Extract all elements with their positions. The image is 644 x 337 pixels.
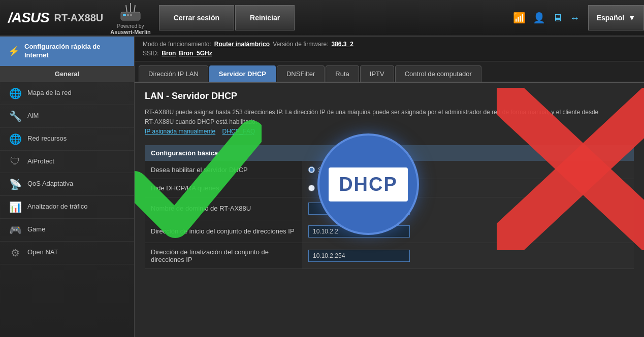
- traffic-label: Analizador de tráfico: [27, 203, 88, 211]
- aiprotect-label: AiProtect: [27, 157, 54, 166]
- field-label-ip-start: Dirección de inicio del conjunto de dire…: [145, 220, 302, 243]
- manual-ip-link[interactable]: IP asignada manualmente: [145, 128, 215, 135]
- field-value-hide-dhcp: Sí No: [302, 179, 634, 197]
- mode-value: Router inalámbrico: [214, 41, 270, 48]
- logout-button[interactable]: Cerrar sesión: [159, 5, 234, 30]
- chevron-down-icon: ▼: [628, 14, 635, 22]
- ssid-value1: Bron: [162, 50, 176, 57]
- table-row: Nombre de dominio de RT-AX88U: [145, 197, 634, 220]
- sidebar-item-network-map[interactable]: 🌐 Mapa de la red: [0, 82, 134, 105]
- radio-si-hide[interactable]: Sí: [308, 184, 324, 192]
- sidebar-section-general: General: [0, 66, 134, 82]
- tab-lan-ip[interactable]: Dirección IP LAN: [139, 65, 208, 82]
- radio-no-hide[interactable]: No: [332, 184, 350, 192]
- sidebar-item-game[interactable]: 🎮 Game: [0, 219, 134, 242]
- table-row: Dirección de finalización del conjunto d…: [145, 243, 634, 268]
- brand-area: /ASUS RT-AX88U Powered by Asuswrt-Merlin: [0, 1, 159, 35]
- field-value-ip-start: [302, 220, 634, 243]
- sidebar-item-resources[interactable]: 🌐 Red recursos: [0, 128, 134, 151]
- firmware-label: Versión de firmware:: [273, 41, 328, 48]
- header: /ASUS RT-AX88U Powered by Asuswrt-Merlin…: [0, 0, 644, 37]
- qos-icon: 📡: [8, 178, 22, 190]
- field-value-ip-end: [302, 243, 634, 268]
- dhcp-faq-link[interactable]: DHCP_FAQ: [222, 128, 255, 135]
- page-content: LAN - Servidor DHCP RT-AX88U puede asign…: [135, 83, 644, 277]
- radio-si-dhcp[interactable]: Sí: [308, 166, 324, 174]
- domain-input[interactable]: [308, 203, 410, 215]
- ip-end-input[interactable]: [308, 250, 410, 262]
- tab-dnsfilter[interactable]: DNSFilter: [277, 65, 325, 82]
- network-map-label: Mapa de la red: [27, 89, 72, 97]
- header-icons: 📶 👤 🖥 ↔: [505, 12, 588, 24]
- svg-line-4: [126, 5, 127, 12]
- tab-iptv[interactable]: IPTV: [360, 65, 394, 82]
- mode-label: Modo de funcionamiento:: [143, 41, 211, 48]
- opennat-icon: ⚙: [8, 247, 22, 259]
- field-label-domain: Nombre de dominio de RT-AX88U: [145, 197, 302, 220]
- opennat-label: Open NAT: [27, 248, 58, 257]
- firmware-value: 386.3_2: [332, 41, 353, 48]
- table-row: Desea habilitar el servidor DHCP Sí No: [145, 161, 634, 179]
- user-icon[interactable]: 👤: [533, 12, 545, 24]
- svg-rect-2: [127, 14, 129, 16]
- tab-parental[interactable]: Control de computador: [395, 65, 481, 82]
- wifi-icon[interactable]: 📶: [513, 12, 526, 24]
- resources-label: Red recursos: [27, 134, 67, 143]
- quick-config-icon: ⚡: [8, 46, 19, 57]
- tab-route[interactable]: Ruta: [326, 65, 359, 82]
- field-value-dhcp-enable: Sí No: [302, 161, 634, 179]
- field-value-domain: [302, 197, 634, 220]
- radio-si-hide-input[interactable]: [308, 185, 315, 191]
- sidebar-item-aiprotect[interactable]: 🛡 AiProtect: [0, 151, 134, 173]
- svg-line-6: [134, 5, 135, 12]
- description-text: RT-AX88U puede asignar hasta 253 direcci…: [145, 108, 602, 137]
- ip-start-input[interactable]: [308, 225, 410, 238]
- header-buttons: Cerrar sesión Reiniciar: [159, 5, 505, 30]
- game-icon: 🎮: [8, 224, 22, 236]
- radio-no-dhcp[interactable]: No: [332, 166, 350, 174]
- status-bar: Modo de funcionamiento: Router inalámbri…: [135, 37, 644, 61]
- form-table: Desea habilitar el servidor DHCP Sí No: [145, 161, 634, 269]
- router-image: Powered by Asuswrt-Merlin: [110, 1, 150, 35]
- page-title: LAN - Servidor DHCP: [145, 91, 634, 102]
- field-label-ip-end: Dirección de finalización del conjunto d…: [145, 243, 302, 268]
- network-map-icon: 🌐: [8, 87, 22, 99]
- aiprotect-icon: 🛡: [8, 156, 22, 167]
- field-label-dhcp-enable: Desea habilitar el servidor DHCP: [145, 161, 302, 179]
- section-basic-header: Configuración básica: [145, 145, 634, 161]
- sidebar-item-qos[interactable]: 📡 QoS Adaptativa: [0, 173, 134, 196]
- network-icon[interactable]: 🖥: [553, 12, 563, 24]
- sidebar-quick-config-label: Configuración rápida de Internet: [24, 43, 126, 60]
- content-area: Modo de funcionamiento: Router inalámbri…: [135, 37, 644, 337]
- ssid-value2: Bron_5GHz: [179, 50, 212, 57]
- powered-by-label: Powered by Asuswrt-Merlin: [110, 23, 150, 35]
- radio-si-dhcp-input[interactable]: [308, 166, 315, 173]
- sidebar-item-opennat[interactable]: ⚙ Open NAT: [0, 242, 134, 264]
- radio-no-dhcp-input[interactable]: [332, 166, 339, 173]
- radio-no-hide-input[interactable]: [332, 185, 339, 191]
- sidebar-item-aim[interactable]: 🔧 AiM: [0, 105, 134, 128]
- table-row: Hide DHCP/RA queries Sí No: [145, 179, 634, 197]
- model-name: RT-AX88U: [54, 12, 104, 24]
- sidebar-item-quick-config[interactable]: ⚡ Configuración rápida de Internet: [0, 37, 134, 66]
- svg-rect-3: [130, 14, 132, 16]
- ssid-label: SSID:: [143, 50, 158, 57]
- share-icon[interactable]: ↔: [570, 12, 580, 24]
- qos-label: QoS Adaptativa: [27, 180, 73, 188]
- tabs: Dirección IP LAN Servidor DHCP DNSFilter…: [135, 61, 644, 83]
- svg-rect-1: [123, 14, 126, 16]
- language-button[interactable]: Español ▼: [588, 5, 644, 30]
- router-icon: [117, 1, 144, 23]
- resources-icon: 🌐: [8, 133, 22, 145]
- field-label-hide-dhcp: Hide DHCP/RA queries: [145, 179, 302, 197]
- game-label: Game: [27, 225, 45, 234]
- aim-icon: 🔧: [8, 110, 22, 122]
- tab-dhcp-server[interactable]: Servidor DHCP: [209, 65, 276, 82]
- sidebar: ⚡ Configuración rápida de Internet Gener…: [0, 37, 135, 337]
- sidebar-item-traffic[interactable]: 📊 Analizador de tráfico: [0, 196, 134, 219]
- asus-logo: /ASUS: [8, 10, 49, 26]
- traffic-icon: 📊: [8, 201, 22, 213]
- main-layout: ⚡ Configuración rápida de Internet Gener…: [0, 37, 644, 337]
- restart-button[interactable]: Reiniciar: [235, 5, 295, 30]
- table-row: Dirección de inicio del conjunto de dire…: [145, 220, 634, 243]
